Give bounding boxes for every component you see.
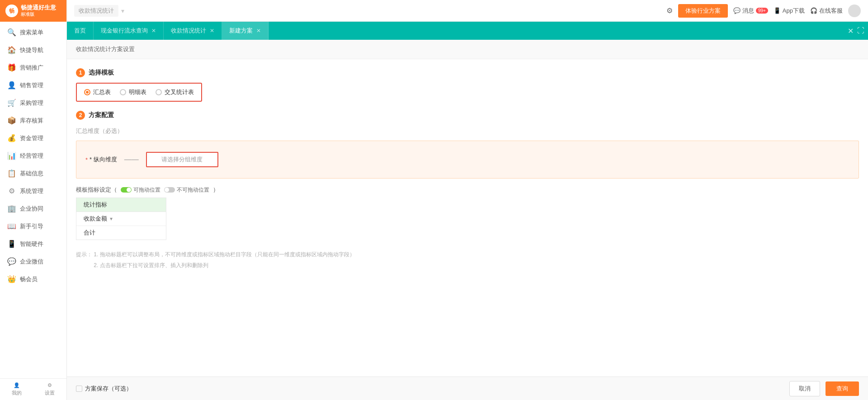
sidebar-item-label: 智能硬件 [20, 240, 43, 248]
section2-label: 方案配置 [89, 111, 114, 119]
sidebar-item-label: 采购管理 [20, 99, 43, 107]
tab-bar: 首页 现金银行流水查询 ✕ 收款情况统计 ✕ 新建方案 ✕ ✕ ⛶ [67, 22, 868, 40]
cancel-button[interactable]: 取消 [789, 381, 820, 396]
sidebar-bottom-settings[interactable]: ⚙ 设置 [33, 379, 67, 400]
sidebar-item-system[interactable]: ⚙ 系统管理 [0, 182, 66, 200]
chart-icon: 📊 [7, 151, 16, 160]
search-icon: 🔍 [7, 28, 16, 37]
tab-home[interactable]: 首页 [67, 22, 94, 40]
sidebar-item-label: 快捷导航 [20, 46, 43, 54]
sidebar-item-member[interactable]: 👑 畅会员 [0, 270, 66, 288]
avatar[interactable] [848, 5, 861, 17]
book-icon: 📖 [7, 222, 16, 231]
tab-stats[interactable]: 收款情况统计 ✕ [164, 22, 222, 40]
dimension-group-title: 汇总维度（必选） [76, 127, 859, 135]
sidebar-item-hardware[interactable]: 📱 智能硬件 [0, 235, 66, 253]
metrics-table-header: 统计指标 [76, 198, 166, 212]
radio-detail-circle [120, 89, 126, 95]
tip1: 提示： 1. 拖动标题栏可以调整布局，不可跨维度或指标区域拖动栏目字段（只能在同… [76, 249, 859, 260]
sidebar-item-marketing[interactable]: 🎁 营销推广 [0, 59, 66, 76]
app-download-item[interactable]: 📱 App下载 [774, 7, 805, 15]
phone-icon: 📱 [7, 240, 16, 248]
drag-active-indicator [121, 187, 132, 193]
tab-new-plan-label: 新建方案 [229, 27, 253, 35]
online-support-item[interactable]: 🎧 在线客服 [810, 7, 843, 15]
radio-cross[interactable]: 交叉统计表 [156, 88, 194, 96]
radio-detail-label: 明细表 [129, 88, 146, 96]
tab-bank-close[interactable]: ✕ [151, 28, 156, 34]
sidebar-item-label: 库存核算 [20, 117, 43, 125]
notification-badge: 99+ [756, 8, 768, 14]
save-checkbox[interactable] [76, 386, 82, 392]
content-area: 收款情况统计方案设置 1 选择模板 汇总表 [67, 40, 868, 400]
radio-cross-label: 交叉统计表 [165, 88, 194, 96]
sidebar-bottom-user[interactable]: 👤 我的 [0, 379, 33, 400]
industry-button[interactable]: 体验行业方案 [678, 4, 728, 18]
sidebar-item-sales[interactable]: 👤 销售管理 [0, 76, 66, 94]
dimension-select-btn[interactable]: 请选择分组维度 [146, 152, 218, 167]
section1-number: 1 [76, 68, 85, 77]
metrics-header: 模板指标设定（ 可拖动位置 不可拖动位置 ） [76, 186, 859, 194]
sidebar-nav: 🔍 搜索菜单 🏠 快捷导航 🎁 营销推广 👤 销售管理 🛒 采购管理 📦 库存核… [0, 22, 66, 378]
radio-detail[interactable]: 明细表 [120, 88, 146, 96]
close-btn[interactable]: ✕ [848, 27, 854, 35]
logo-icon: 畅 [5, 5, 18, 17]
section-config: 2 方案配置 汇总维度（必选） * * 纵向维度 [76, 111, 859, 271]
drag-inactive-label: 不可拖动位置 [177, 186, 209, 194]
save-checkbox-item[interactable]: 方案保存（可选） [76, 385, 132, 393]
tab-stats-close[interactable]: ✕ [210, 28, 214, 34]
sidebar-item-label: 新手引导 [20, 222, 43, 231]
page-header: 收款情况统计方案设置 [67, 40, 868, 59]
sidebar-item-label: 企业协同 [20, 205, 43, 213]
tip1-text: 1. 拖动标题栏可以调整布局，不可跨维度或指标区域拖动栏目字段（只能在同一维度或… [94, 251, 354, 258]
tab-bank[interactable]: 现金银行流水查询 ✕ [94, 22, 164, 40]
app-download-label: App下载 [783, 7, 805, 15]
user-bottom-label: 我的 [12, 390, 22, 396]
metrics-row-amount[interactable]: 收款金额 ▾ [76, 212, 166, 226]
sidebar-item-label: 资金管理 [20, 134, 43, 142]
chat-icon: 💬 [7, 257, 16, 266]
settings-icon[interactable]: ⚙ [666, 6, 673, 15]
dimension-required-marker: * [85, 156, 88, 163]
sidebar-item-corp[interactable]: 🏢 企业协同 [0, 200, 66, 217]
sidebar-item-guide[interactable]: 📖 新手引导 [0, 217, 66, 235]
sidebar-item-fund[interactable]: 💰 资金管理 [0, 129, 66, 147]
tab-new-plan[interactable]: 新建方案 ✕ [222, 22, 269, 40]
sidebar-item-purchase[interactable]: 🛒 采购管理 [0, 94, 66, 112]
query-button[interactable]: 查询 [826, 381, 859, 396]
sidebar-item-label: 畅会员 [20, 275, 38, 283]
sidebar-item-basic[interactable]: 📋 基础信息 [0, 165, 66, 182]
dropdown-icon: ▾ [110, 216, 113, 222]
main-area: 收款情况统计 ▾ ⚙ 体验行业方案 💬 消息 99+ 📱 App下载 🎧 在线客… [67, 0, 868, 400]
sidebar-item-label: 营销推广 [20, 64, 43, 72]
metrics-section-label: 模板指标设定（ [76, 186, 117, 194]
metrics-amount-label: 收款金额 [84, 215, 107, 223]
sidebar-logo: 畅 畅捷通好生意 标准版 [0, 0, 66, 22]
sidebar-item-label: 搜索菜单 [20, 28, 43, 37]
footer-bar: 方案保存（可选） 取消 查询 [67, 376, 868, 400]
sidebar-item-wechat[interactable]: 💬 企业微信 [0, 253, 66, 270]
tab-stats-label: 收款情况统计 [171, 27, 206, 35]
maximize-btn[interactable]: ⛶ [857, 27, 864, 35]
box-icon: 📦 [7, 116, 16, 125]
sidebar-item-quick-nav[interactable]: 🏠 快捷导航 [0, 41, 66, 59]
tab-new-plan-close[interactable]: ✕ [256, 28, 261, 34]
radio-summary[interactable]: 汇总表 [84, 88, 111, 96]
sidebar-item-operation[interactable]: 📊 经营管理 [0, 147, 66, 165]
home-icon: 🏠 [7, 46, 16, 54]
sidebar-item-inventory[interactable]: 📦 库存核算 [0, 112, 66, 129]
tab-spacer [269, 22, 844, 40]
section-template: 1 选择模板 汇总表 明细表 [76, 68, 859, 102]
user-bottom-icon: 👤 [14, 382, 20, 388]
metrics-row-total: 合计 [76, 226, 166, 240]
template-select-area: 汇总表 明细表 交叉统计表 [76, 83, 202, 102]
sidebar-item-search[interactable]: 🔍 搜索菜单 [0, 24, 66, 41]
support-icon: 🎧 [810, 7, 817, 14]
save-checkbox-label: 方案保存（可选） [85, 385, 132, 393]
tab-home-label: 首页 [74, 27, 86, 35]
building-icon: 🏢 [7, 204, 16, 213]
notification-item[interactable]: 💬 消息 99+ [733, 7, 768, 15]
dimension-row-label-text: * 纵向维度 [90, 155, 117, 164]
dimension-area: * * 纵向维度 —— 请选择分组维度 [76, 141, 859, 179]
sidebar-item-label: 企业微信 [20, 258, 43, 266]
